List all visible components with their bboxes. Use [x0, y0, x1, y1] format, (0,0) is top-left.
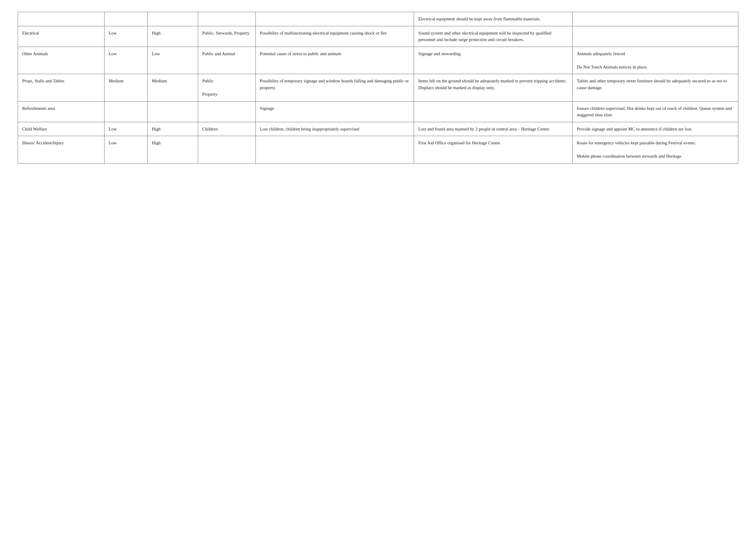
cell-risk_description	[256, 12, 414, 26]
table-row: Illness/ Accident/InjuryLowHighFirst Aid…	[18, 136, 738, 164]
cell-hazard: Refreshments area	[18, 101, 104, 122]
cell-severity	[148, 12, 198, 26]
cell-risk_description: Possibility of temporary signage and win…	[256, 74, 414, 101]
cell-hazard: Illness/ Accident/Injury	[18, 136, 104, 164]
cell-likelihood: Low	[104, 122, 148, 136]
cell-existing_controls: Sound system and other electrical equipm…	[414, 26, 573, 47]
cell-hazard: Other Animals	[18, 47, 104, 74]
cell-hazard: Child Welfare	[18, 122, 104, 136]
table-row: Electrical equipment should be kept away…	[18, 12, 738, 26]
cell-risk_description: Signage	[256, 101, 414, 122]
table-row: ElectricalLowHighPublic, Stewards, Prope…	[18, 26, 738, 47]
cell-existing_controls	[414, 101, 573, 122]
cell-severity: High	[148, 122, 198, 136]
cell-who_affected	[198, 136, 256, 164]
cell-hazard	[18, 12, 104, 26]
table-row: Other AnimalsLowLowPublic and AnimalPote…	[18, 47, 738, 74]
table-row: Refreshments areaSignageEnsure children …	[18, 101, 738, 122]
cell-likelihood	[104, 12, 148, 26]
cell-risk_description: Lost children, children being inappropri…	[256, 122, 414, 136]
cell-who_affected: PublicProperty	[198, 74, 256, 101]
cell-severity: High	[148, 136, 198, 164]
cell-additional_controls: Provide signage and appoint MC to announ…	[572, 122, 738, 136]
cell-severity	[148, 101, 198, 122]
cell-risk_description	[256, 136, 414, 164]
cell-existing_controls: First Aid Office organised for Heritage …	[414, 136, 573, 164]
cell-existing_controls: Items left on the ground should be adequ…	[414, 74, 573, 101]
table-row: Child WelfareLowHighChildrenLost childre…	[18, 122, 738, 136]
cell-existing_controls: Lost and found area manned by 2 people i…	[414, 122, 573, 136]
cell-severity: High	[148, 26, 198, 47]
cell-who_affected	[198, 12, 256, 26]
table-row: Props, Stalls and TablesMediumMediumPubl…	[18, 74, 738, 101]
risk-assessment-table: Electrical equipment should be kept away…	[18, 12, 738, 164]
cell-likelihood: Low	[104, 26, 148, 47]
cell-who_affected: Public and Animal	[198, 47, 256, 74]
cell-severity: Medium	[148, 74, 198, 101]
cell-who_affected: Public, Stewards, Property	[198, 26, 256, 47]
cell-severity: Low	[148, 47, 198, 74]
cell-likelihood: Low	[104, 47, 148, 74]
cell-additional_controls	[572, 26, 738, 47]
cell-additional_controls: Ensure children supervised. Hot drinks k…	[572, 101, 738, 122]
cell-existing_controls: Electrical equipment should be kept away…	[414, 12, 573, 26]
cell-who_affected: Children	[198, 122, 256, 136]
cell-risk_description: Possibility of malfunctioning electrical…	[256, 26, 414, 47]
cell-likelihood	[104, 101, 148, 122]
cell-likelihood: Low	[104, 136, 148, 164]
cell-who_affected	[198, 101, 256, 122]
cell-likelihood: Medium	[104, 74, 148, 101]
cell-existing_controls: Signage and stewarding	[414, 47, 573, 74]
cell-additional_controls: Route for emergency vehicles kept passab…	[572, 136, 738, 164]
cell-additional_controls: Tables and other temporary street furnit…	[572, 74, 738, 101]
cell-additional_controls: Animals adequately fencedDo Not Touch An…	[572, 47, 738, 74]
cell-hazard: Electrical	[18, 26, 104, 47]
cell-additional_controls	[572, 12, 738, 26]
cell-hazard: Props, Stalls and Tables	[18, 74, 104, 101]
cell-risk_description: Potential cause of stress to public and …	[256, 47, 414, 74]
